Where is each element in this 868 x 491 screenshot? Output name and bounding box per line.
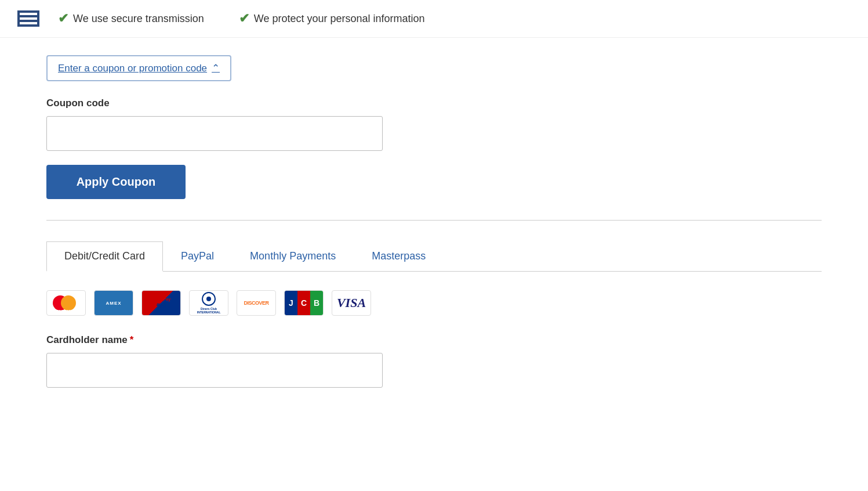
unionpay-logo: UnionPay 银联 xyxy=(141,290,181,316)
coupon-code-label: Coupon code xyxy=(46,98,822,109)
payment-tabs: Debit/Credit Card PayPal Monthly Payment… xyxy=(46,241,822,272)
amex-logo: AMEX xyxy=(94,290,133,316)
section-divider xyxy=(46,220,822,221)
amex-text: AMEX xyxy=(106,301,121,306)
coupon-toggle-button[interactable]: Enter a coupon or promotion code ⌃ xyxy=(46,55,231,81)
unionpay-text-en: UnionPay xyxy=(152,297,170,301)
diners-logo: Diners ClubINTERNATIONAL xyxy=(189,290,228,316)
discover-text: DISCOVER xyxy=(244,300,268,306)
cardholder-label: Cardholder name* xyxy=(46,334,822,346)
jcb-logo: J C B xyxy=(284,290,324,316)
check-icon-1: ✔ xyxy=(58,11,68,26)
security-text-1: We use secure transmission xyxy=(73,13,204,25)
chevron-up-icon: ⌃ xyxy=(212,62,220,74)
security-item-personal: ✔ We protect your personal information xyxy=(239,11,425,26)
coupon-code-input[interactable] xyxy=(46,116,383,151)
tab-paypal[interactable]: PayPal xyxy=(163,241,232,271)
menu-icon xyxy=(17,10,39,27)
jcb-c: C xyxy=(297,291,310,315)
coupon-toggle-label: Enter a coupon or promotion code xyxy=(58,63,207,74)
main-content: Enter a coupon or promotion code ⌃ Coupo… xyxy=(0,38,868,405)
cardholder-name-input[interactable] xyxy=(46,353,383,388)
header: ✔ We use secure transmission ✔ We protec… xyxy=(0,0,868,38)
jcb-b: B xyxy=(310,291,323,315)
visa-logo: VISA xyxy=(332,290,371,316)
discover-logo: DISCOVER xyxy=(237,290,276,316)
required-star: * xyxy=(130,334,134,345)
card-logos: mastercard AMEX UnionPay 银联 Diners ClubI… xyxy=(46,290,822,316)
mastercard-logo: mastercard xyxy=(46,290,86,316)
diners-text: Diners ClubINTERNATIONAL xyxy=(197,307,220,314)
tab-masterpass[interactable]: Masterpass xyxy=(354,241,444,271)
security-item-transmission: ✔ We use secure transmission xyxy=(58,11,204,26)
tab-monthly-payments[interactable]: Monthly Payments xyxy=(232,241,354,271)
security-items: ✔ We use secure transmission ✔ We protec… xyxy=(58,11,425,26)
visa-text: VISA xyxy=(337,295,366,311)
apply-coupon-button[interactable]: Apply Coupon xyxy=(46,165,186,199)
coupon-section: Coupon code Apply Coupon xyxy=(46,98,822,199)
jcb-j: J xyxy=(285,291,297,315)
tab-debit-credit[interactable]: Debit/Credit Card xyxy=(46,241,163,272)
mastercard-text: mastercard xyxy=(55,309,77,313)
security-text-2: We protect your personal information xyxy=(254,13,425,25)
unionpay-text-cn: 银联 xyxy=(157,302,166,309)
check-icon-2: ✔ xyxy=(239,11,249,26)
diners-circle xyxy=(202,292,216,306)
